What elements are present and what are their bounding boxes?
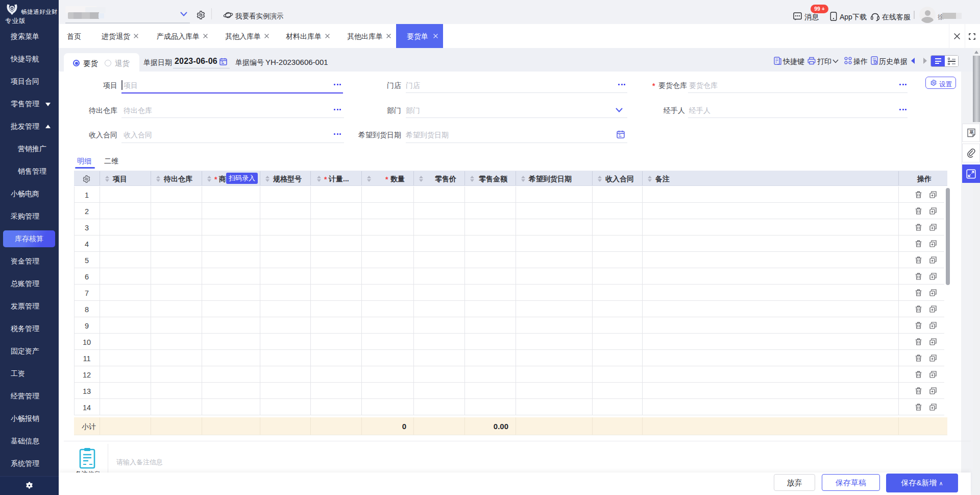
svg-text:草: 草 xyxy=(969,130,974,135)
